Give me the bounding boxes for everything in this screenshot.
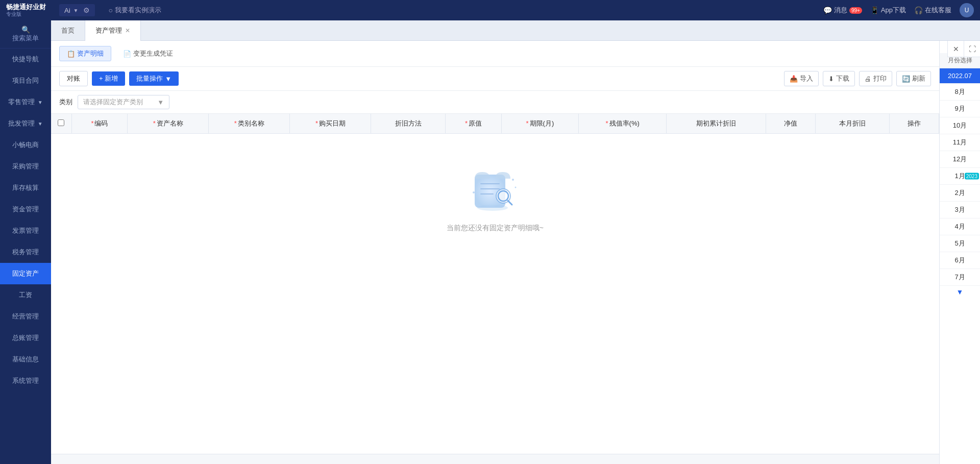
sidebar-item-label: 零售管理 [8, 98, 35, 106]
th-monthly-depreciation: 本月折旧 [815, 114, 890, 134]
search-icon: 🔍 [21, 26, 30, 34]
month-label: 4月 [954, 223, 965, 230]
th-residual-rate: *残值率(%) [578, 114, 667, 134]
month-item-10[interactable]: 10月 [940, 117, 980, 134]
sidebar-quicknav-label: 快捷导航 [12, 55, 39, 63]
month-nav-down[interactable]: ▼ [940, 286, 980, 298]
month-item-1[interactable]: 1月 2023 [940, 168, 980, 185]
demo-link[interactable]: ○ 我要看实例演示 [108, 6, 161, 15]
sidebar-item-tax[interactable]: 税务管理 [0, 241, 51, 263]
tab-home-label: 首页 [61, 26, 75, 35]
select-all-checkbox[interactable] [58, 119, 64, 126]
sidebar-item-label: 批发管理 [8, 119, 35, 127]
expand-panel-btn[interactable]: ⛶ [964, 41, 980, 57]
sidebar-item-label: 基础信息 [12, 355, 39, 363]
app-download-label: App下载 [881, 6, 906, 15]
sub-tabs: 📋 资产明细 📄 变更生成凭证 [51, 41, 939, 67]
current-month-label: 2022.07 [948, 72, 972, 80]
search-menu-btn[interactable]: 🔍 搜索菜单 [0, 20, 51, 48]
empty-row: 当前您还没有固定资产明细哦~ [51, 134, 939, 264]
detail-tab-label: 资产明细 [77, 49, 104, 58]
close-panel-btn[interactable]: ✕ [947, 41, 964, 57]
dropdown-icon: ▼ [74, 8, 79, 13]
arrow-icon: ▼ [38, 121, 43, 127]
month-item-6[interactable]: 6月 [940, 252, 980, 269]
sidebar-item-label: 资金管理 [12, 205, 39, 213]
month-item-7[interactable]: 7月 [940, 269, 980, 286]
month-item-4[interactable]: 4月 [940, 218, 980, 235]
sidebar-item-assets[interactable]: 固定资产 [0, 263, 51, 284]
month-label: 12月 [953, 155, 967, 163]
month-label: 1月 [954, 172, 965, 180]
sidebar-item-operations[interactable]: 经营管理 [0, 306, 51, 327]
toolbar: 对账 + 新增 批量操作 ▼ 📥 导入 ⬇ [51, 67, 939, 91]
sidebar-item-project[interactable]: 项目合同 [0, 70, 51, 91]
month-item-12[interactable]: 12月 [940, 151, 980, 168]
sidebar-item-ledger[interactable]: 总账管理 [0, 327, 51, 349]
reconcile-button[interactable]: 对账 [59, 71, 88, 86]
add-button[interactable]: + 新增 [92, 71, 125, 86]
print-button[interactable]: 🖨 打印 [859, 71, 892, 86]
online-service-btn[interactable]: 🎧 在线客服 [914, 6, 951, 15]
month-item-8[interactable]: 8月 [940, 84, 980, 101]
category-select[interactable]: 请选择固定资产类别 ▼ [78, 95, 169, 109]
user-avatar[interactable]: U [960, 3, 974, 17]
sidebar-item-retail[interactable]: 零售管理 ▼ [0, 91, 51, 113]
sub-tab-voucher[interactable]: 📄 变更生成凭证 [115, 46, 181, 61]
sidebar-item-invoice[interactable]: 发票管理 [0, 220, 51, 241]
import-button[interactable]: 📥 导入 [784, 71, 819, 86]
refresh-button[interactable]: 🔄 刷新 [896, 71, 931, 86]
demo-icon: ○ [108, 6, 112, 14]
sidebar-item-label: 采购管理 [12, 162, 39, 170]
month-item-5[interactable]: 5月 [940, 235, 980, 252]
settings-icon[interactable]: ⚙ [83, 6, 90, 14]
app-subtitle: 专业版 [6, 11, 46, 17]
online-service-label: 在线客服 [925, 6, 951, 15]
table-wrapper: *编码 *资产名称 *类别名称 *购买日期 折旧方法 *原值 *期限(月) *残… [51, 114, 939, 454]
sidebar-item-label: 库存核算 [12, 184, 39, 191]
sidebar-item-system[interactable]: 系统管理 [0, 370, 51, 392]
top-bar-right: 💬 消息 99+ 📱 App下载 🎧 在线客服 U [823, 3, 974, 17]
company-selector[interactable]: Ai ▼ ⚙ [59, 4, 95, 16]
sidebar-item-finance[interactable]: 资金管理 [0, 199, 51, 220]
top-bar-left: 畅捷通好业财 专业版 Ai ▼ ⚙ ○ 我要看实例演示 [6, 3, 823, 17]
month-label: 2月 [954, 189, 965, 197]
month-item-9[interactable]: 9月 [940, 101, 980, 117]
sidebar-item-label: 税务管理 [12, 248, 39, 256]
month-item-2[interactable]: 2月 [940, 185, 980, 202]
message-btn[interactable]: 💬 消息 99+ [823, 6, 862, 15]
import-icon: 📥 [790, 75, 798, 83]
svg-point-10 [473, 191, 475, 193]
sidebar-item-purchase[interactable]: 采购管理 [0, 156, 51, 177]
assets-table: *编码 *资产名称 *类别名称 *购买日期 折旧方法 *原值 *期限(月) *残… [51, 114, 939, 263]
month-panel-title: 月份选择 [948, 57, 972, 64]
app-download-btn[interactable]: 📱 App下载 [870, 6, 906, 15]
headset-icon: 🎧 [914, 6, 923, 14]
month-item-11[interactable]: 11月 [940, 134, 980, 151]
sidebar-item-wholesale[interactable]: 批发管理 ▼ [0, 113, 51, 134]
sidebar-item-quicknav[interactable]: 快捷导航 [0, 48, 51, 70]
bottom-scroll-bar[interactable] [51, 454, 939, 464]
sidebar-item-salary[interactable]: 工资 [0, 284, 51, 306]
sidebar-item-inventory[interactable]: 库存核算 [0, 177, 51, 199]
sub-tab-detail[interactable]: 📋 资产明细 [59, 46, 111, 61]
th-period: *期限(月) [501, 114, 578, 134]
message-label: 消息 [834, 6, 847, 15]
tab-close-icon[interactable]: ✕ [125, 27, 130, 34]
print-label: 打印 [873, 74, 887, 83]
sidebar-item-basic[interactable]: 基础信息 [0, 349, 51, 370]
th-original-value: *原值 [446, 114, 502, 134]
demo-text: 我要看实例演示 [115, 6, 161, 15]
batch-button[interactable]: 批量操作 ▼ [129, 71, 179, 86]
empty-state-icon [464, 164, 526, 215]
svg-line-7 [508, 201, 512, 205]
sidebar-item-ecommerce[interactable]: 小畅电商 [0, 134, 51, 156]
tab-assets[interactable]: 资产管理 ✕ [85, 20, 141, 41]
month-item-current[interactable]: 2022.07 [940, 68, 980, 84]
select-arrow-icon: ▼ [157, 99, 164, 106]
download-button[interactable]: ⬇ 下载 [823, 71, 855, 86]
th-category: *类别名称 [209, 114, 290, 134]
filter-row: 类别 请选择固定资产类别 ▼ [51, 91, 939, 114]
tab-home[interactable]: 首页 [51, 20, 85, 41]
month-item-3[interactable]: 3月 [940, 202, 980, 218]
